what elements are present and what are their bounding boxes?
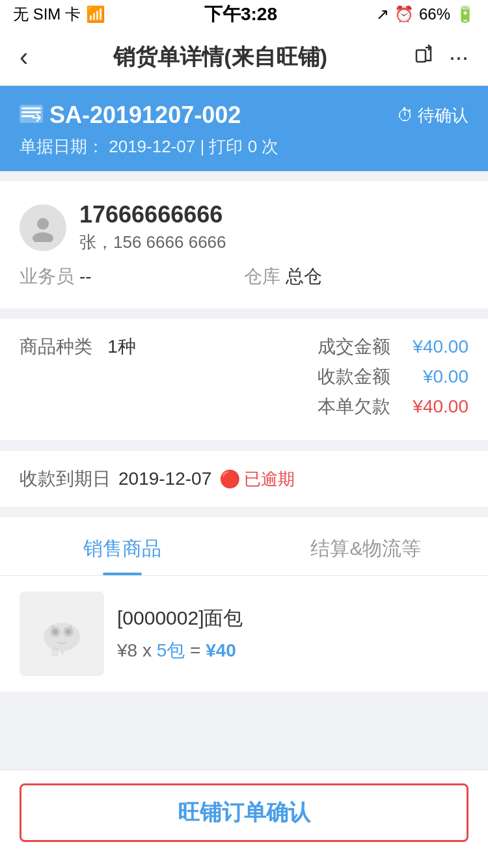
customer-section: 17666666666 张，156 6666 6666 业务员 -- 仓库 总仓 — [0, 182, 488, 308]
summary-section: 商品种类 1种 成交金额 ¥40.00 收款金额 ¥0.00 本单欠款 ¥40.… — [0, 319, 488, 440]
nav-bar: ‹ 销货单详情(来自旺铺) ··· — [0, 29, 488, 86]
order-status: ⏱ 待确认 — [397, 104, 468, 127]
received-row: 收款金额 ¥0.00 — [318, 364, 468, 389]
owed-label: 本单欠款 — [318, 394, 390, 419]
location-icon: ↗ — [376, 5, 389, 23]
order-id: SA-20191207-002 — [20, 102, 241, 129]
nav-actions: ··· — [413, 42, 468, 72]
customer-phone: 17666666666 — [79, 201, 226, 228]
share-button[interactable] — [413, 42, 436, 72]
overdue-badge: 🔴 已逾期 — [219, 468, 295, 491]
battery-text: 66% — [419, 5, 450, 23]
summary-grid: 商品种类 1种 成交金额 ¥40.00 收款金额 ¥0.00 本单欠款 ¥40.… — [20, 334, 468, 424]
owed-value: ¥40.00 — [403, 396, 468, 417]
svg-point-11 — [66, 629, 71, 634]
product-equals: = — [190, 640, 206, 660]
svg-rect-3 — [21, 111, 41, 113]
status-clock-icon: ⏱ — [397, 105, 414, 126]
type-label: 商品种类 — [20, 336, 92, 357]
received-value: ¥0.00 — [403, 366, 468, 387]
product-thumbnail: 督+ — [20, 591, 104, 676]
status-right: ↗ ⏰ 66% 🔋 — [376, 5, 475, 23]
order-icon — [20, 102, 43, 129]
status-left: 无 SIM 卡 📶 — [13, 4, 105, 25]
owed-row: 本单欠款 ¥40.00 — [318, 394, 468, 419]
alarm-icon: ⏰ — [394, 5, 414, 23]
tabs-section: 销售商品 结算&物流等 督+ — [0, 517, 488, 692]
warehouse-value: 总仓 — [286, 264, 322, 289]
confirm-button[interactable]: 旺铺订单确认 — [20, 783, 468, 842]
summary-right: 成交金额 ¥40.00 收款金额 ¥0.00 本单欠款 ¥40.00 — [318, 334, 468, 424]
order-header-top: SA-20191207-002 ⏱ 待确认 — [20, 102, 468, 129]
status-text: 待确认 — [418, 104, 468, 127]
due-date: 2019-12-07 — [118, 468, 211, 489]
product-section: 督+ [0000002]面包 ¥8 x 5包 = ¥40 — [0, 576, 488, 692]
status-time: 下午3:28 — [204, 2, 277, 27]
salesperson-field: 业务员 -- — [20, 264, 244, 289]
svg-rect-4 — [21, 115, 34, 117]
svg-text:督+: 督+ — [51, 647, 65, 657]
customer-name: 张，156 6666 6666 — [79, 231, 226, 254]
tab-settlement[interactable]: 结算&物流等 — [244, 517, 488, 575]
product-item: 督+ [0000002]面包 ¥8 x 5包 = ¥40 — [20, 591, 468, 676]
amount-label: 成交金额 — [318, 334, 390, 359]
more-button[interactable]: ··· — [449, 44, 468, 71]
received-label: 收款金额 — [318, 364, 390, 389]
product-price: ¥8 x — [117, 640, 157, 660]
wifi-icon: 📶 — [86, 5, 105, 23]
svg-point-10 — [53, 629, 58, 634]
back-button[interactable]: ‹ — [20, 42, 28, 72]
amount-value: ¥40.00 — [403, 336, 468, 357]
overdue-icon: 🔴 — [219, 469, 240, 489]
product-type: 商品种类 1种 — [20, 334, 136, 359]
order-meta: 单据日期： 2019-12-07 | 打印 0 次 — [20, 135, 468, 158]
customer-row: 17666666666 张，156 6666 6666 — [20, 201, 468, 254]
customer-fields: 业务员 -- 仓库 总仓 — [20, 264, 468, 289]
warehouse-field: 仓库 总仓 — [244, 264, 468, 289]
due-section: 收款到期日 2019-12-07 🔴 已逾期 — [0, 450, 488, 507]
product-price-row: ¥8 x 5包 = ¥40 — [117, 638, 468, 663]
product-qty: 5包 — [157, 640, 185, 660]
battery-icon: 🔋 — [455, 5, 475, 23]
salesperson-value: -- — [79, 266, 92, 287]
svg-point-6 — [33, 232, 53, 242]
type-count: 1种 — [107, 336, 136, 357]
svg-rect-2 — [21, 107, 41, 109]
avatar — [20, 204, 66, 251]
due-label: 收款到期日 — [20, 467, 111, 491]
tabs-row: 销售商品 结算&物流等 — [0, 517, 488, 576]
bottom-bar: 旺铺订单确认 — [0, 770, 488, 868]
svg-rect-0 — [416, 50, 426, 62]
tab-products[interactable]: 销售商品 — [0, 517, 244, 575]
warehouse-label: 仓库 — [244, 264, 280, 289]
status-bar: 无 SIM 卡 📶 下午3:28 ↗ ⏰ 66% 🔋 — [0, 0, 488, 29]
amount-row: 成交金额 ¥40.00 — [318, 334, 468, 359]
product-total: ¥40 — [206, 640, 236, 660]
customer-info: 17666666666 张，156 6666 6666 — [79, 201, 226, 254]
svg-point-5 — [37, 218, 49, 230]
product-name: [0000002]面包 — [117, 605, 468, 632]
salesperson-label: 业务员 — [20, 264, 74, 289]
overdue-text: 已逾期 — [244, 468, 295, 491]
no-sim-text: 无 SIM 卡 — [13, 4, 81, 25]
product-info: [0000002]面包 ¥8 x 5包 = ¥40 — [117, 605, 468, 663]
order-header: SA-20191207-002 ⏱ 待确认 单据日期： 2019-12-07 |… — [0, 86, 488, 171]
page-title: 销货单详情(来自旺铺) — [113, 42, 327, 72]
